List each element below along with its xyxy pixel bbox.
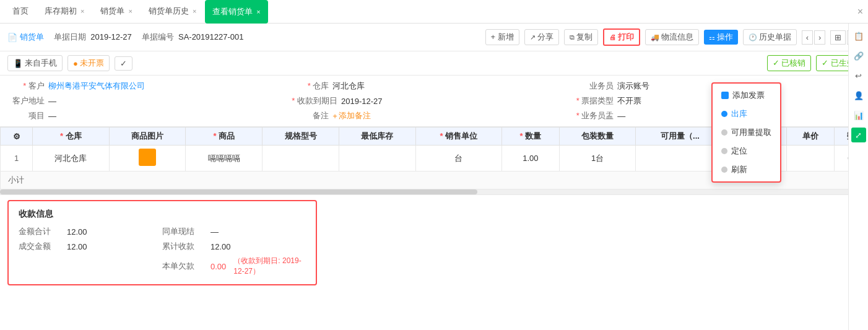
row-spec xyxy=(263,145,339,172)
logistics-button[interactable]: 🚚 物流信息 xyxy=(645,29,699,45)
sidebar-link-button[interactable]: 🔗 xyxy=(851,48,866,63)
tab-home[interactable]: 首页 xyxy=(5,0,36,24)
dropdown-available-qty[interactable]: 可用量提取 xyxy=(713,123,780,142)
tab-sales-order[interactable]: 销货单 × xyxy=(93,0,139,24)
from-phone-button[interactable]: 📱 来自手机 xyxy=(7,55,63,71)
col-warehouse: * 仓库 xyxy=(33,128,110,145)
customer-label: * 客户 xyxy=(7,80,45,92)
available-qty-label: 可用量提取 xyxy=(731,127,771,138)
row-min-stock xyxy=(339,145,415,172)
cancelled-button[interactable]: ✓ 已核销 xyxy=(767,55,812,71)
return-icon: ↩ xyxy=(855,71,862,80)
prev-button[interactable]: ‹ xyxy=(802,30,813,45)
row-product: 嗝嗝嗝嗝 xyxy=(186,145,263,172)
sidebar-chart-button[interactable]: 📊 xyxy=(851,108,866,123)
tab-inventory[interactable]: 库存期初 × xyxy=(37,0,92,24)
project-value: — xyxy=(48,111,56,121)
col-img: 商品图片 xyxy=(109,128,186,145)
tab-sales-history-close[interactable]: × xyxy=(193,7,196,15)
row-unit: 台 xyxy=(415,145,501,172)
tab-inventory-close[interactable]: × xyxy=(80,7,84,15)
print-button[interactable]: 🖨 打印 xyxy=(603,28,640,46)
salesperson2-label: * 业务员盂 xyxy=(576,110,614,121)
operations-icon: ⚏ xyxy=(709,33,715,41)
ticket-value: 不开票 xyxy=(617,95,641,106)
doc-header: 📄 销货单 单据日期 2019-12-27 单据编号 SA-20191227-0… xyxy=(0,24,868,51)
doc-type-badge: 📄 销货单 xyxy=(7,32,44,43)
note-row: 备注 + 添加备注 xyxy=(292,110,576,121)
cumulative-value: 12.00 xyxy=(210,242,231,251)
new-label: + 新增 xyxy=(491,32,514,43)
copy-button[interactable]: ⧉ 复制 xyxy=(564,29,598,45)
customer-row: * 客户 柳州粤港平安气体有限公司 xyxy=(7,80,292,92)
share-button[interactable]: ↗ 分享 xyxy=(524,29,559,45)
window-close-button[interactable]: × xyxy=(857,6,863,17)
salesperson2-value: — xyxy=(617,111,625,121)
date-value: 2019-12-27 xyxy=(90,32,132,41)
sidebar-clipboard-button[interactable]: 📋 xyxy=(851,28,866,43)
not-open-button[interactable]: ● 未开票 xyxy=(67,55,110,71)
print-icon: 🖨 xyxy=(609,33,616,41)
clipboard-icon: 📋 xyxy=(854,32,864,41)
payment-grid: 金额合计 12.00 同单现结 — 成交金额 12.00 累计收款 12.00 xyxy=(19,226,306,277)
doc-meta: 单据日期 2019-12-27 单据编号 SA-20191227-001 xyxy=(54,32,244,43)
copy-label: 复制 xyxy=(576,32,592,43)
doc-icon: 📄 xyxy=(7,33,17,42)
row-pkg: 1台 xyxy=(559,145,636,172)
expand-icon: ⤢ xyxy=(855,131,862,140)
tab-sales-history-label: 销货单历史 xyxy=(149,6,189,17)
history-button[interactable]: 🕐 历史单据 xyxy=(743,29,797,45)
operations-button[interactable]: ⚏ 操作 xyxy=(704,30,738,45)
due-date-value: 2019-12-27 xyxy=(341,97,383,106)
tab-view-sales[interactable]: 查看销货单 × xyxy=(205,0,267,24)
deal-label: 成交金额 xyxy=(19,241,62,252)
operations-dropdown: 添加发票 出库 可用量提取 定位 刷新 xyxy=(711,82,781,183)
second-toolbar: 📱 来自手机 ● 未开票 ✓ ✓ 已核销 ✓ 已生效 xyxy=(0,51,868,76)
project-label: 项目 xyxy=(7,110,45,121)
tab-sales-order-close[interactable]: × xyxy=(128,7,132,15)
sidebar-user-button[interactable]: 👤 xyxy=(851,88,866,103)
grid-view-button[interactable]: ⊞ xyxy=(830,30,846,45)
col-spec: 规格型号 xyxy=(263,128,339,145)
address-label: 客户地址 xyxy=(7,95,45,106)
same-order-label: 同单现结 xyxy=(162,226,206,237)
copy-icon: ⧉ xyxy=(570,33,575,41)
col-settings[interactable]: ⚙ xyxy=(1,128,33,145)
next-button[interactable]: › xyxy=(814,30,825,45)
add-invoice-icon xyxy=(721,92,729,99)
customer-value[interactable]: 柳州粤港平安气体有限公司 xyxy=(48,80,145,92)
nav-arrows: ‹ › xyxy=(802,30,826,45)
dropdown-locate[interactable]: 定位 xyxy=(713,142,780,160)
row-warehouse: 河北仓库 xyxy=(33,145,110,172)
locate-icon xyxy=(721,148,727,154)
tab-sales-order-label: 销货单 xyxy=(100,6,124,17)
owed-value: 0.00 xyxy=(210,262,226,271)
address-value: — xyxy=(48,97,56,106)
dropdown-add-invoice[interactable]: 添加发票 xyxy=(713,86,780,105)
not-open-icon: ● xyxy=(73,59,78,68)
owed-label: 本单欠款 xyxy=(162,261,206,272)
chart-icon: 📊 xyxy=(854,111,864,120)
dropdown-refresh[interactable]: 刷新 xyxy=(713,160,780,179)
sidebar-return-button[interactable]: ↩ xyxy=(851,68,866,83)
deal-value: 12.00 xyxy=(67,242,87,251)
dropdown-outbound[interactable]: 出库 xyxy=(713,105,780,123)
note-label: 备注 xyxy=(292,110,329,121)
sidebar-expand-button[interactable]: ⤢ xyxy=(851,128,866,142)
new-button[interactable]: + 新增 xyxy=(485,29,519,45)
add-note-button[interactable]: + 添加备注 xyxy=(332,110,371,121)
tab-inventory-label: 库存期初 xyxy=(45,6,77,17)
tab-view-sales-close[interactable]: × xyxy=(256,8,260,15)
refresh-label: 刷新 xyxy=(731,164,747,175)
tab-sales-history[interactable]: 销货单历史 × xyxy=(141,0,204,24)
address-row: 客户地址 — xyxy=(7,95,292,106)
number-field-label: 单据编号 xyxy=(142,32,174,41)
content-area: 📄 销货单 单据日期 2019-12-27 单据编号 SA-20191227-0… xyxy=(0,24,868,330)
due-date-label: * 收款到期日 xyxy=(292,95,337,106)
total-value: 12.00 xyxy=(67,227,87,237)
product-image xyxy=(139,149,156,166)
confirm-button[interactable]: ✓ xyxy=(115,56,132,71)
cancelled-label: ✓ 已核销 xyxy=(773,58,806,69)
not-open-label: 未开票 xyxy=(80,58,104,69)
locate-label: 定位 xyxy=(731,145,747,157)
